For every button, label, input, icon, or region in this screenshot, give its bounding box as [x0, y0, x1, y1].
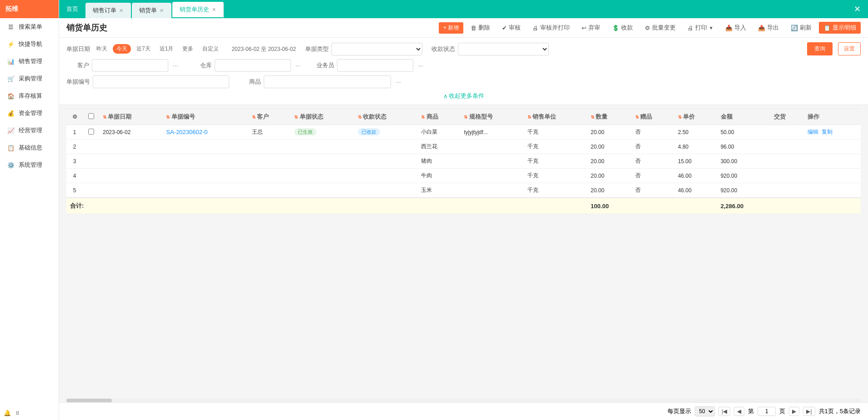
- sidebar-item-purchase-mgmt[interactable]: 🛒 采购管理: [0, 70, 59, 87]
- nav-home-link[interactable]: 首页: [66, 5, 78, 13]
- date-range-value: 2023-06-02 至 2023-06-02: [231, 45, 296, 53]
- payment-status-select[interactable]: [458, 43, 549, 55]
- col-spec-type: ⇅ 规格型号: [460, 109, 523, 125]
- date-tag-yesterday[interactable]: 昨天: [93, 44, 111, 54]
- row-4-gift: 否: [632, 169, 674, 183]
- product-input[interactable]: [264, 75, 391, 88]
- row-1-edit-button[interactable]: 编辑: [808, 129, 818, 135]
- tab-sales-bill[interactable]: 销货单 ✕: [132, 3, 171, 18]
- sidebar-bottom-icon2[interactable]: ⏸: [15, 410, 20, 416]
- sidebar-item-sales-mgmt[interactable]: 📊 销售管理: [0, 53, 59, 70]
- sort-icon[interactable]: ⇅: [635, 115, 639, 120]
- print-icon: 🖨: [687, 25, 693, 31]
- row-1-copy-button[interactable]: 复制: [822, 129, 833, 135]
- batch-change-button[interactable]: ⚙ 批量变更: [640, 22, 680, 34]
- date-tag-1month[interactable]: 近1月: [156, 44, 177, 54]
- sort-icon[interactable]: ⇅: [591, 115, 594, 120]
- collapse-up-icon: ∧: [443, 93, 448, 100]
- tab-close-icon[interactable]: ✕: [119, 8, 123, 14]
- sort-icon[interactable]: ⇅: [527, 115, 531, 120]
- customer-input[interactable]: [92, 59, 168, 72]
- sidebar-item-quick-nav[interactable]: ⚡ 快捷导航: [0, 35, 59, 53]
- row-checkbox-1[interactable]: [83, 125, 99, 140]
- salesperson-input[interactable]: [337, 59, 413, 72]
- horizontal-scrollbar[interactable]: [66, 399, 861, 402]
- sidebar-bottom-icon1[interactable]: 🔔: [4, 410, 11, 416]
- scrollbar-thumb[interactable]: [66, 399, 112, 402]
- sidebar-item-basic-info[interactable]: 📋 基础信息: [0, 139, 59, 156]
- sort-icon[interactable]: ⇅: [166, 115, 170, 120]
- last-page-button[interactable]: ▶|: [803, 407, 815, 416]
- collapse-button[interactable]: ∧ 收起更多条件: [443, 92, 484, 100]
- sort-icon[interactable]: ⇅: [294, 115, 298, 120]
- sidebar-item-search-menu[interactable]: ☰ 搜索菜单: [0, 18, 59, 35]
- sidebar-item-inventory[interactable]: 🏠 库存核算: [0, 87, 59, 105]
- col-settings[interactable]: ⚙: [66, 109, 83, 125]
- row-3-quantity: 20.00: [587, 154, 632, 169]
- col-delivery: 交货: [770, 109, 804, 125]
- sort-icon[interactable]: ⇅: [358, 115, 361, 120]
- sort-icon[interactable]: ⇅: [421, 115, 425, 120]
- customer-dots-button[interactable]: ···: [171, 62, 180, 69]
- next-page-button[interactable]: ▶: [789, 407, 799, 416]
- warehouse-dots-button[interactable]: ···: [294, 62, 303, 69]
- per-page-select[interactable]: 50: [695, 406, 715, 416]
- date-tag-7days[interactable]: 近7天: [133, 44, 154, 54]
- sidebar-item-operations-mgmt[interactable]: 📈 经营管理: [0, 122, 59, 139]
- warehouse-label: 仓库: [189, 61, 212, 70]
- row-1-checkbox[interactable]: [88, 129, 94, 135]
- row-1-doc-number-link[interactable]: SA-20230602-0: [166, 129, 207, 135]
- sort-icon[interactable]: ⇅: [252, 115, 256, 120]
- doc-type-select[interactable]: [331, 43, 422, 55]
- doc-number-input[interactable]: [93, 75, 229, 88]
- salesperson-dots-button[interactable]: ···: [416, 62, 425, 69]
- tab-sales-order[interactable]: 销售订单 ✕: [85, 3, 131, 18]
- page-number-input[interactable]: [758, 407, 776, 416]
- col-doc-date: ⇅ 单据日期: [99, 109, 162, 125]
- settings-button[interactable]: 设置: [838, 42, 861, 55]
- sidebar-item-finance-mgmt[interactable]: 💰 资金管理: [0, 105, 59, 122]
- review-button[interactable]: ✔ 审核: [497, 22, 525, 34]
- row-1-doc-date: 2023-06-02: [99, 125, 162, 140]
- product-dots-button[interactable]: ···: [394, 78, 403, 85]
- col-customer: ⇅ 客户: [248, 109, 291, 125]
- main-content: 首页 销售订单 ✕ 销货单 ✕ 销货单历史 ✕ ✕ 销货单历史 + 新增 🗑 删…: [59, 0, 868, 420]
- filter-row-3: 单据编号 商品 ···: [66, 75, 861, 88]
- abandon-button[interactable]: ↩ 弃审: [577, 22, 605, 34]
- query-button[interactable]: 查询: [807, 42, 833, 55]
- sidebar-item-system-mgmt[interactable]: ⚙️ 系统管理: [0, 156, 59, 174]
- row-num-5: 5: [66, 183, 83, 198]
- first-page-button[interactable]: |◀: [718, 407, 730, 416]
- date-tag-today[interactable]: 今天: [113, 44, 131, 54]
- show-details-button[interactable]: 📋 显示明细: [819, 22, 861, 34]
- tab-close-icon[interactable]: ✕: [212, 7, 216, 13]
- review-print-button[interactable]: 🖨 审核并打印: [528, 22, 574, 34]
- row-1-payment-status-badge: 已收款: [358, 128, 380, 135]
- row-3-product: 猪肉: [417, 154, 460, 169]
- col-checkbox[interactable]: [83, 109, 99, 125]
- sort-icon[interactable]: ⇅: [678, 115, 682, 120]
- review-icon: ✔: [502, 25, 507, 31]
- row-5-product: 玉米: [417, 183, 460, 198]
- collect-button[interactable]: 💲 收款: [607, 22, 637, 34]
- row-1-amount: 50.00: [717, 125, 770, 140]
- tab-close-icon[interactable]: ✕: [160, 8, 164, 14]
- doc-number-filter: 单据编号: [66, 75, 229, 88]
- new-button[interactable]: + 新增: [439, 22, 463, 34]
- delete-button[interactable]: 🗑 删除: [466, 22, 495, 34]
- print-button[interactable]: 🖨 打印 ▼: [683, 22, 718, 34]
- export-button[interactable]: 📤 导出: [753, 22, 783, 34]
- warehouse-input[interactable]: [215, 59, 291, 72]
- date-tag-custom[interactable]: 自定义: [199, 44, 222, 54]
- import-button[interactable]: 📥 导入: [721, 22, 751, 34]
- sort-icon[interactable]: ⇅: [464, 115, 467, 120]
- col-actions: 操作: [804, 109, 861, 125]
- prev-page-button[interactable]: ◀: [734, 407, 744, 416]
- refresh-button[interactable]: 🔄 刷新: [786, 22, 816, 34]
- review-print-icon: 🖨: [532, 25, 538, 31]
- tab-sales-bill-history[interactable]: 销货单历史 ✕: [172, 2, 224, 18]
- close-all-tabs-button[interactable]: ✕: [854, 4, 861, 14]
- sort-icon[interactable]: ⇅: [103, 115, 106, 120]
- date-tag-more[interactable]: 更多: [179, 44, 197, 54]
- select-all-checkbox[interactable]: [88, 113, 94, 119]
